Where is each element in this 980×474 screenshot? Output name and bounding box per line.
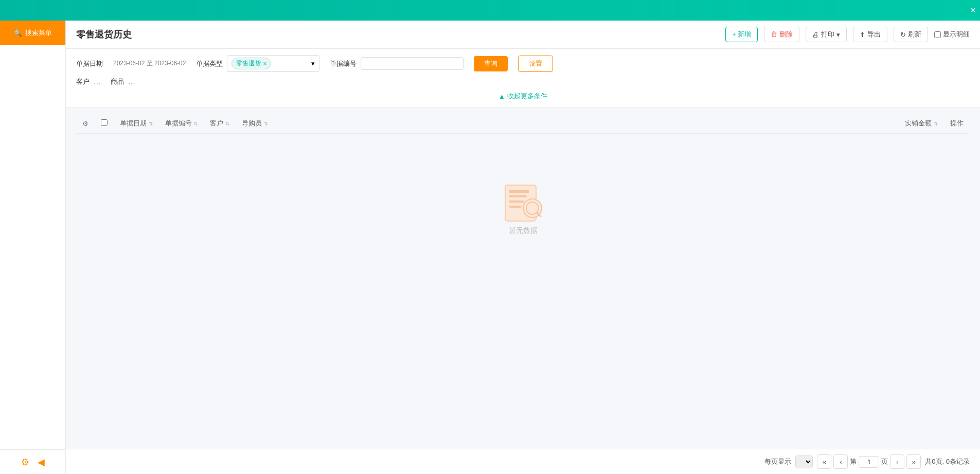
amount-sort-icon[interactable]: ⇅ [934,121,938,126]
sidebar-nav [0,45,65,449]
bill-type-filter-group: 单据类型 零售退货 × ▾ [196,55,319,72]
last-page-button[interactable]: » [906,454,921,469]
bill-no-input[interactable] [361,57,464,70]
svg-rect-2 [509,195,527,197]
customer-filter-group: 客户 ... [76,77,100,86]
empty-state: 暂无数据 [76,134,970,277]
sidebar: 🔍 搜索菜单 ⚙ ◀ [0,21,66,474]
table-header-row: ⚙ 单据日期 ⇅ 单据编号 ⇅ [76,114,970,134]
filter-area: 单据日期 2023-06-02 至 2023-06-02 单据类型 零售退货 × [66,49,980,107]
bill-no-filter-group: 单据编号 [330,57,464,70]
bill-type-label: 单据类型 [196,59,223,68]
search-icon: 🔍 [14,29,22,37]
filter-row-2: 客户 ... 商品 ... [76,77,970,86]
prev-page-button[interactable]: ‹ [833,454,848,469]
bill-type-select[interactable]: 零售退货 × ▾ [227,55,319,72]
export-button[interactable]: ⬆ 导出 [853,27,887,42]
total-info: 共0页, 0条记录 [925,457,970,466]
header-actions: + 新增 🗑 删除 🖨 🖨 打印 打印 ▾ ⬆ 导出 ↻ 刷新 [725,27,970,42]
page-nav: « ‹ 第 页 › » [817,454,921,469]
bill-type-tag: 零售退货 × [231,58,271,69]
date-range-text: 2023-06-02 至 2023-06-02 [113,59,186,68]
top-bar: × [0,0,980,21]
setting-button[interactable]: 设置 [518,56,553,72]
col-spacer [274,114,899,134]
print-button[interactable]: 🖨 🖨 打印 打印 ▾ [806,27,847,42]
collapse-icon[interactable]: ◀ [38,457,45,468]
bill-type-dropdown-icon: ▾ [311,60,315,67]
col-bill-no: 单据编号 ⇅ [159,114,204,134]
empty-text: 暂无数据 [509,226,538,235]
col-actual-amount: 实销金额 ⇅ [899,114,944,134]
svg-rect-4 [509,206,522,208]
per-page-label: 每页显示 [764,457,791,466]
delete-button[interactable]: 🗑 删除 [764,27,799,42]
filter-row-1: 单据日期 2023-06-02 至 2023-06-02 单据类型 零售退货 × [76,55,970,72]
bill-no-sort-icon[interactable]: ⇅ [193,121,198,126]
settings-icon[interactable]: ⚙ [21,457,29,468]
content-area: 零售退货历史 + 新增 🗑 删除 🖨 🖨 打印 打印 ▾ ⬆ 导出 ↻ 刷新 [66,21,980,474]
sidebar-search-button[interactable]: 🔍 搜索菜单 [0,21,65,45]
bill-type-tag-text: 零售退货 [236,59,261,68]
customer-sort-icon[interactable]: ⇅ [225,121,229,126]
show-detail-label: 显示明细 [934,30,970,39]
bill-type-tag-close[interactable]: × [263,60,266,67]
refresh-button[interactable]: ↻ 刷新 [894,27,928,42]
col-action: 操作 [944,114,970,134]
page-label: 第 [850,457,857,466]
select-all-checkbox[interactable] [101,119,108,126]
bill-no-label: 单据编号 [330,59,357,68]
next-page-button[interactable]: › [890,454,904,469]
goods-label: 商品 [111,77,124,86]
col-bill-date: 单据日期 ⇅ [114,114,159,134]
collapse-icon: ▲ [498,93,505,100]
sidebar-bottom: ⚙ ◀ [0,449,65,474]
collapse-label: 收起更多条件 [507,92,547,101]
query-button[interactable]: 查询 [474,56,508,71]
goods-picker[interactable]: ... [128,77,135,86]
date-filter-group: 单据日期 2023-06-02 至 2023-06-02 [76,59,186,68]
table-head: ⚙ 单据日期 ⇅ 单据编号 ⇅ [76,114,970,134]
refresh-icon: ↻ [900,31,906,39]
col-checkbox [95,114,114,134]
page-number-input[interactable] [859,456,879,468]
svg-rect-3 [509,200,524,203]
show-detail-checkbox[interactable] [934,31,941,38]
page-title: 零售退货历史 [76,28,132,41]
collapse-button[interactable]: ▲ 收起更多条件 [498,92,547,101]
date-label: 单据日期 [76,59,103,68]
settings-col-icon[interactable]: ⚙ [82,120,88,127]
print-icon: 🖨 [812,31,819,39]
svg-rect-1 [509,190,529,193]
goods-filter-group: 商品 ... [111,77,135,86]
customer-picker[interactable]: ... [94,77,100,86]
window-close-button[interactable]: × [970,5,976,16]
new-button[interactable]: + 新增 [725,27,758,42]
pagination-bar: 每页显示 « ‹ 第 页 › » 共0页, 0条记录 [66,449,980,474]
export-icon: ⬆ [860,31,865,39]
per-page-select[interactable] [795,455,813,468]
guide-sort-icon[interactable]: ⇅ [264,121,268,126]
col-guide: 导购员 ⇅ [236,114,274,134]
data-table: ⚙ 单据日期 ⇅ 单据编号 ⇅ [76,114,970,134]
main-layout: 🔍 搜索菜单 ⚙ ◀ 零售退货历史 + 新增 🗑 删除 🖨 🖨 打印 打印 ▾ [0,21,980,474]
col-setting: ⚙ [76,114,95,134]
table-area: ⚙ 单据日期 ⇅ 单据编号 ⇅ [66,107,980,449]
page-suffix: 页 [881,457,888,466]
empty-illustration [497,175,549,226]
first-page-button[interactable]: « [817,454,831,469]
col-customer: 客户 ⇅ [204,114,236,134]
sidebar-search-label: 搜索菜单 [25,28,52,38]
customer-label: 客户 [76,77,90,86]
page-header: 零售退货历史 + 新增 🗑 删除 🖨 🖨 打印 打印 ▾ ⬆ 导出 ↻ 刷新 [66,21,980,49]
print-dropdown-icon: ▾ [836,31,840,39]
bill-date-sort-icon[interactable]: ⇅ [149,121,153,126]
